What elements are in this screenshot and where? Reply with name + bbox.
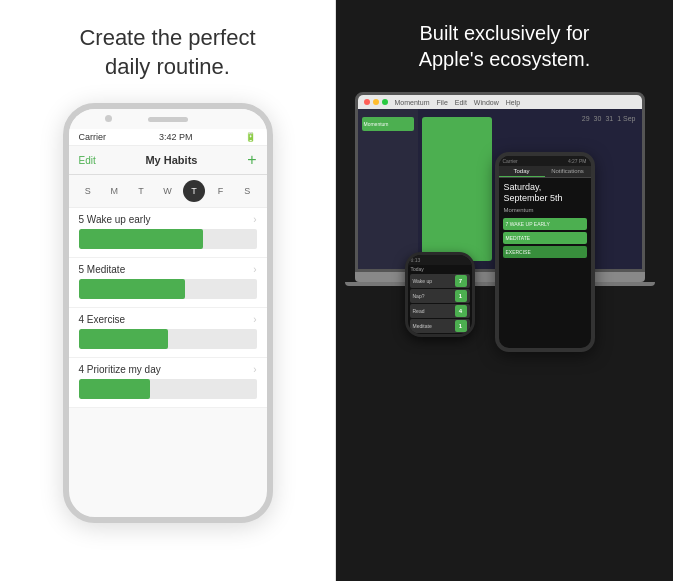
ir-habit-1: 7 WAKE UP EARLY xyxy=(503,218,587,230)
menu-window: Window xyxy=(474,99,499,106)
ir-time: 4:27 PM xyxy=(568,158,587,164)
cal-30: 30 xyxy=(594,115,602,122)
habit-item-2[interactable]: 5 Meditate › xyxy=(69,258,267,308)
aw-status-bar: 6:13 xyxy=(408,255,472,265)
aw-habit-name-2: Nap? xyxy=(413,293,425,299)
tab-today[interactable]: Today xyxy=(499,166,545,177)
habit-item-1[interactable]: 5 Wake up early › xyxy=(69,208,267,258)
chevron-icon-4: › xyxy=(253,364,256,375)
ir-app-name: Momentum xyxy=(499,206,591,214)
ir-habit-text-3: EXERCISE xyxy=(506,249,531,255)
aw-habit-1: Wake up 7 xyxy=(410,274,470,288)
cal-1sep: 1 Sep xyxy=(617,115,635,122)
ir-tabs: Today Notifications xyxy=(499,166,591,178)
battery-icon: 🔋 xyxy=(245,132,256,142)
right-panel: Built exclusively for Apple's ecosystem.… xyxy=(336,0,673,581)
ir-habit-2: MEDITATE xyxy=(503,232,587,244)
devices-container: Momentum File Edit Window Help Momentum xyxy=(345,92,665,452)
habit-bar-fill-3 xyxy=(79,329,168,349)
habit-list: 5 Wake up early › 5 Meditate › xyxy=(69,208,267,408)
day-F[interactable]: F xyxy=(210,180,232,202)
ir-carrier: Carrier xyxy=(503,158,518,164)
nav-title: My Habits xyxy=(145,154,197,166)
traffic-lights xyxy=(364,99,388,105)
add-habit-button[interactable]: + xyxy=(247,152,256,168)
aw-habit-4: Meditate 1 xyxy=(410,319,470,333)
iphone-mockup-left: Carrier 3:42 PM 🔋 Edit My Habits + S M T… xyxy=(63,103,273,523)
tab-notifications[interactable]: Notifications xyxy=(545,166,591,177)
mac-sidebar: Momentum xyxy=(358,109,418,269)
aw-habit-2: Nap? 1 xyxy=(410,289,470,303)
ir-habit-3: EXERCISE xyxy=(503,246,587,258)
carrier-label: Carrier xyxy=(79,132,107,142)
aw-time: 6:13 xyxy=(411,257,421,263)
habit-bar-bg-4 xyxy=(79,379,257,399)
status-bar: Carrier 3:42 PM 🔋 xyxy=(69,129,267,146)
habit-item-4[interactable]: 4 Prioritize my day › xyxy=(69,358,267,408)
apple-watch: 6:13 Today Wake up 7 Nap? 1 Read 4 Medit… xyxy=(405,252,475,337)
habit-name-3: 4 Exercise xyxy=(79,314,126,325)
habit-bar-fill-4 xyxy=(79,379,150,399)
aw-habit-5: Exercise 6 xyxy=(410,334,470,337)
aw-habit-name-1: Wake up xyxy=(413,278,433,284)
chevron-icon-2: › xyxy=(253,264,256,275)
cal-31: 31 xyxy=(605,115,613,122)
aw-habit-num-3: 4 xyxy=(455,305,467,317)
ir-date: Saturday, September 5th xyxy=(499,178,591,206)
nav-bar: Edit My Habits + xyxy=(69,146,267,175)
left-panel: Create the perfect daily routine. Carrie… xyxy=(0,0,336,581)
aw-habit-num-2: 1 xyxy=(455,290,467,302)
day-selector: S M T W T F S xyxy=(69,175,267,208)
close-dot xyxy=(364,99,370,105)
day-T1[interactable]: T xyxy=(130,180,152,202)
day-M[interactable]: M xyxy=(103,180,125,202)
habit-name-1: 5 Wake up early xyxy=(79,214,151,225)
habit-bar-bg-1 xyxy=(79,229,257,249)
cal-29: 29 xyxy=(582,115,590,122)
cal-numbers: 29 30 31 1 Sep xyxy=(502,115,636,122)
aw-habit-name-4: Meditate xyxy=(413,323,432,329)
habit-bar-bg-3 xyxy=(79,329,257,349)
aw-habit-num-5: 6 xyxy=(455,335,467,337)
ir-habit-text-2: MEDITATE xyxy=(506,235,531,241)
aw-habit-3: Read 4 xyxy=(410,304,470,318)
minimize-dot xyxy=(373,99,379,105)
menu-edit: Edit xyxy=(455,99,467,106)
habit-bar-fill-2 xyxy=(79,279,186,299)
mac-green-block xyxy=(422,117,492,261)
ir-habit-list: 7 WAKE UP EARLY MEDITATE EXERCISE xyxy=(499,216,591,262)
edit-button[interactable]: Edit xyxy=(79,155,96,166)
ir-habit-text-1: 7 WAKE UP EARLY xyxy=(506,221,550,227)
day-W[interactable]: W xyxy=(156,180,178,202)
aw-title: Today xyxy=(408,265,472,273)
iphone-right: Carrier 4:27 PM Today Notifications Satu… xyxy=(495,152,595,352)
time-label: 3:42 PM xyxy=(159,132,193,142)
maximize-dot xyxy=(382,99,388,105)
mac-sidebar-item-active: Momentum xyxy=(362,117,414,131)
habit-item-3[interactable]: 4 Exercise › xyxy=(69,308,267,358)
right-tagline: Built exclusively for Apple's ecosystem. xyxy=(419,20,591,72)
menu-help: Help xyxy=(506,99,520,106)
menu-file: File xyxy=(437,99,448,106)
menu-momentum: Momentum xyxy=(395,99,430,106)
habit-bar-bg-2 xyxy=(79,279,257,299)
aw-habit-name-3: Read xyxy=(413,308,425,314)
iphone-camera xyxy=(105,115,112,122)
day-S1[interactable]: S xyxy=(77,180,99,202)
day-S2[interactable]: S xyxy=(236,180,258,202)
chevron-icon-1: › xyxy=(253,214,256,225)
habit-bar-fill-1 xyxy=(79,229,204,249)
aw-habit-num-1: 7 xyxy=(455,275,467,287)
day-T2-active[interactable]: T xyxy=(183,180,205,202)
aw-habit-num-4: 1 xyxy=(455,320,467,332)
chevron-icon-3: › xyxy=(253,314,256,325)
left-tagline: Create the perfect daily routine. xyxy=(79,24,255,81)
habit-name-4: 4 Prioritize my day xyxy=(79,364,161,375)
habit-name-2: 5 Meditate xyxy=(79,264,126,275)
macbook-menubar: Momentum File Edit Window Help xyxy=(358,95,642,109)
iphone-speaker xyxy=(148,117,188,122)
ir-status-bar: Carrier 4:27 PM xyxy=(499,156,591,166)
